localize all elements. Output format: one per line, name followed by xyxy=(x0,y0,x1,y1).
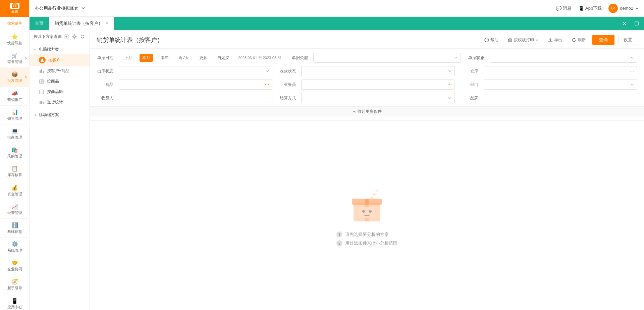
sidebar-item-purchase[interactable]: 🛍️ 采购管理 xyxy=(0,143,29,162)
scheme-group-mobile-header[interactable]: 移动端方案 xyxy=(30,110,90,120)
settlement-control[interactable] xyxy=(301,93,455,103)
sidebar-item-app-center[interactable]: 📱 应用中心 xyxy=(0,294,29,310)
out-status-label: 出库状态 xyxy=(97,68,113,74)
scheme-item-by-customer-label: 按客户 xyxy=(48,57,60,63)
svg-point-2 xyxy=(13,5,14,7)
scheme-item-return-stat[interactable]: 退货统计 xyxy=(30,97,90,107)
wholesale-icon: 📦 xyxy=(11,71,18,78)
retail-label: 零售管理 xyxy=(7,60,22,64)
department-control[interactable] xyxy=(484,80,637,90)
sales-mgmt-icon: 📊 xyxy=(11,109,18,115)
filter-item-goods: 商品 ··· xyxy=(97,80,272,90)
sidebar-item-operation[interactable]: 📈 经营管理 xyxy=(0,200,29,219)
inventory-label: 库存核算 xyxy=(7,173,22,177)
brand-control[interactable]: ··· xyxy=(484,93,637,103)
quick-nav-label: 快捷导航 xyxy=(7,41,22,45)
scheme-group-desktop-header[interactable]: 电脑端方案 xyxy=(30,45,90,54)
sidebar-logo: 标账 xyxy=(0,0,29,17)
export-icon xyxy=(548,38,553,42)
guide-label: 新手引导 xyxy=(7,286,22,290)
empty-text: 1 请先选择要分析的方案 2 用过滤条件来缩小分析范围 xyxy=(336,231,397,246)
sidebar-item-wholesale[interactable]: 📦 批发管理 xyxy=(0,68,29,87)
scheme-group-mobile-label: 移动端方案 xyxy=(39,112,59,118)
svg-rect-13 xyxy=(40,101,41,104)
date-btn-last-7-days[interactable]: 近7天 xyxy=(176,54,192,62)
export-btn[interactable]: 导出 xyxy=(545,36,565,44)
tab-home[interactable]: 首页 xyxy=(30,17,49,30)
svg-rect-8 xyxy=(40,70,41,73)
header-dropdown-icon[interactable] xyxy=(81,6,85,11)
scheme-panel-title: 按以下方案查询 xyxy=(34,34,62,40)
filter-item-doc-type: 单据类型 xyxy=(291,53,461,63)
tab-close-window-icon[interactable] xyxy=(620,19,629,28)
sidebar-item-quick-nav[interactable]: ⭐ 快捷导航 xyxy=(0,30,29,49)
date-btn-this-year[interactable]: 本年 xyxy=(158,54,171,62)
sidebar-item-guide[interactable]: 🧭 新手引导 xyxy=(0,275,29,294)
scheme-item-by-customer-goods[interactable]: 按客户+商品 xyxy=(30,66,90,76)
date-btn-last-month[interactable]: 上月 xyxy=(121,54,135,62)
app-download-btn[interactable]: 📱 App下载 xyxy=(578,5,602,11)
svg-point-29 xyxy=(371,197,373,199)
sidebar-item-enterprise[interactable]: 🤝 企业协同 xyxy=(0,256,29,275)
receiver-dots-icon: ··· xyxy=(265,95,269,101)
ecommerce-icon: 💻 xyxy=(11,128,18,134)
help-btn[interactable]: 帮助 xyxy=(482,36,501,44)
scheme-settings-icon[interactable] xyxy=(71,34,77,40)
header-right: 💬 消息 📱 App下载 Ea demo2 xyxy=(556,4,639,13)
app-logo-text: 标账 xyxy=(11,9,18,14)
empty-tip-1: 1 请先选择要分析的方案 xyxy=(336,231,389,238)
warehouse-control[interactable]: ··· xyxy=(484,66,637,76)
salesperson-dots-icon: ··· xyxy=(447,82,452,88)
search-menu-label[interactable]: 搜索菜单 xyxy=(2,19,27,27)
tab-maximize-icon[interactable] xyxy=(632,19,641,28)
messages-btn[interactable]: 💬 消息 xyxy=(556,5,572,11)
main-panel: 销货单统计表（按客户） 帮助 按模板打印 导出 xyxy=(90,30,644,310)
sales-mgmt-label: 销售管理 xyxy=(7,116,22,121)
scheme-item-by-customer[interactable]: 按客户 xyxy=(30,54,90,66)
purchase-label: 采购管理 xyxy=(7,154,22,158)
svg-rect-15 xyxy=(43,102,44,104)
sidebar-item-system[interactable]: ⚙️ 系统管理 xyxy=(0,238,29,256)
sidebar-item-ecommerce[interactable]: 💻 电商管理 xyxy=(0,124,29,143)
page-title: 销货单统计表（按客户） xyxy=(97,36,163,44)
sidebar-item-sales-mgmt[interactable]: 📊 销售管理 xyxy=(0,106,29,124)
filter-area: 单据日期 上月 本月 本年 近7天 更多 自定义 2023-03-01 至 20… xyxy=(90,49,644,121)
date-btn-this-month[interactable]: 本月 xyxy=(140,54,153,62)
basic-info-label: 基础信息 xyxy=(7,229,22,234)
tab-sales-stat[interactable]: 销货单统计表（按客户） ✕ xyxy=(49,17,114,30)
date-btn-custom[interactable]: 自定义 xyxy=(215,54,232,62)
enterprise-label: 企业协同 xyxy=(7,267,22,271)
scheme-collapse-icon[interactable] xyxy=(79,34,86,40)
doc-status-control[interactable] xyxy=(490,53,637,63)
user-profile-btn[interactable]: Ea demo2 xyxy=(608,4,639,13)
collect-status-dropdown-icon xyxy=(448,69,452,73)
collect-status-control[interactable] xyxy=(301,66,455,76)
filter-item-warehouse: 仓库 ··· xyxy=(462,66,637,76)
finance-label: 资金管理 xyxy=(7,192,22,196)
app-download-label: App下载 xyxy=(585,5,602,11)
sidebar-item-retail[interactable]: 🛒 零售管理 xyxy=(0,49,29,68)
print-btn[interactable]: 按模板打印 xyxy=(505,36,541,44)
tab-close-icon[interactable]: ✕ xyxy=(105,21,109,26)
out-status-control[interactable] xyxy=(119,66,272,76)
salesperson-control[interactable]: ··· xyxy=(301,80,455,90)
receiver-control[interactable]: ··· xyxy=(119,93,272,103)
sidebar-item-inventory[interactable]: 📋 库存核算 xyxy=(0,162,29,181)
collapse-btn[interactable]: 收起更多条件 xyxy=(90,106,644,116)
filter-item-doc-status: 单据状态 xyxy=(468,53,637,63)
sidebar-item-marketing[interactable]: 📣 营销推广 xyxy=(0,87,29,106)
scheme-item-by-goods[interactable]: 按商品 xyxy=(30,76,90,87)
filter-row-2: 出库状态 收款状态 仓库 xyxy=(97,66,637,76)
scheme-add-icon[interactable] xyxy=(63,34,69,40)
sidebar-item-basic-info[interactable]: ℹ️ 基础信息 xyxy=(0,219,29,238)
svg-point-6 xyxy=(73,36,75,38)
doc-type-control[interactable] xyxy=(313,53,461,63)
goods-control[interactable]: ··· xyxy=(119,80,272,90)
query-btn[interactable]: 查询 xyxy=(592,35,614,45)
sidebar-search-item[interactable]: 搜索菜单 xyxy=(0,17,29,30)
scheme-item-by-goods-99[interactable]: 按商品99 xyxy=(30,87,90,97)
date-btn-more[interactable]: 更多 xyxy=(197,54,210,62)
settings-btn[interactable]: 设置 xyxy=(619,35,637,45)
sidebar-item-finance[interactable]: 💰 资金管理 xyxy=(0,181,29,200)
refresh-btn[interactable]: 刷新 xyxy=(569,36,588,44)
